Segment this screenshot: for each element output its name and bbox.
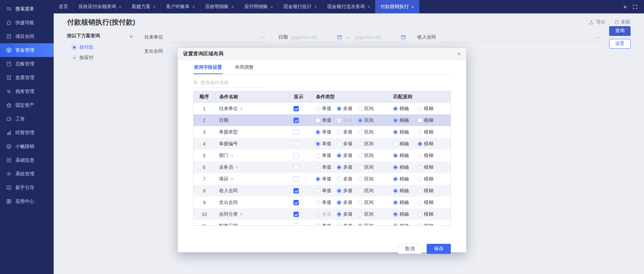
chevron-down-icon[interactable]: ∨ [231, 177, 233, 181]
tab-payable-detail[interactable]: 应付明细账× [239, 0, 278, 13]
refresh-button[interactable]: 刷新 [614, 19, 631, 25]
type-radio-multi[interactable]: 多值 [337, 153, 353, 159]
settings-button[interactable]: 设置 [609, 39, 631, 49]
type-radio-range[interactable]: 区间 [358, 164, 374, 170]
match-radio-fuzzy[interactable]: 模糊 [418, 117, 433, 123]
field-row-5[interactable]: 5部门∨单值多值区间精确模糊 [194, 150, 450, 161]
type-radio-range[interactable]: 区间 [358, 141, 374, 147]
window-close-icon[interactable]: × [623, 4, 627, 10]
sidebar-item-app-center[interactable]: 应用中心 [0, 195, 54, 208]
scheme-option-by-payment[interactable]: 按付款 [72, 44, 138, 50]
scheme-option-by-payable[interactable]: 按应付 [72, 55, 138, 61]
show-checkbox[interactable] [293, 212, 299, 217]
match-radio-exact[interactable]: 精确 [393, 200, 409, 206]
calendar-icon[interactable] [337, 35, 342, 40]
type-radio-multi[interactable]: 多值 [337, 188, 353, 194]
type-radio-multi[interactable]: 多值 [337, 211, 353, 217]
type-radio-multi[interactable]: 多值 [337, 164, 353, 170]
show-checkbox[interactable] [293, 153, 299, 158]
match-radio-fuzzy[interactable]: 模糊 [418, 153, 433, 159]
show-checkbox[interactable] [293, 165, 299, 170]
type-radio-single[interactable]: 单值 [316, 188, 331, 194]
type-radio-range[interactable]: 区间 [358, 153, 374, 159]
tab-close-icon[interactable]: × [314, 4, 317, 9]
tab-close-icon[interactable]: × [231, 4, 234, 9]
tab-close-icon[interactable]: × [119, 4, 121, 9]
type-radio-single[interactable]: 单值 [316, 200, 331, 206]
tab-new-scheme[interactable]: 新建方案× [127, 0, 161, 13]
show-checkbox[interactable] [293, 188, 299, 194]
match-radio-exact[interactable]: 精确 [393, 106, 409, 112]
type-radio-single[interactable]: 单值 [316, 211, 331, 217]
type-radio-range[interactable]: 区间 [358, 106, 374, 112]
sidebar-item-business-management[interactable]: 经营管理 [0, 126, 54, 140]
tab-cash-bank-flow[interactable]: 现金银行流水查询× [322, 0, 376, 13]
field-row-7[interactable]: 7项目∨单值多值区间精确模糊 [194, 173, 450, 185]
sidebar-item-newbie-guide[interactable]: 新手引导 [0, 181, 54, 195]
type-radio-single[interactable]: 单值 [316, 176, 331, 182]
tab-close-icon[interactable]: × [192, 4, 195, 9]
type-radio-multi[interactable]: 多值 [337, 141, 353, 147]
match-radio-exact[interactable]: 精确 [393, 188, 409, 194]
condition-search-input[interactable] [201, 80, 264, 85]
type-radio-multi[interactable]: 多值 [337, 129, 353, 135]
type-radio-multi[interactable]: 多值 [337, 200, 353, 206]
type-radio-range[interactable]: 区间 [358, 200, 374, 206]
show-checkbox[interactable] [293, 129, 299, 135]
sidebar-item-ledger-management[interactable]: 总账管理 [0, 57, 54, 71]
type-radio-multi[interactable]: 多值 [337, 223, 353, 226]
match-radio-exact[interactable]: 精确 [393, 164, 409, 170]
match-radio-fuzzy[interactable]: 模糊 [418, 141, 433, 147]
show-checkbox[interactable] [293, 118, 299, 123]
show-checkbox[interactable] [293, 176, 299, 182]
partner-input[interactable] [166, 35, 258, 40]
date-to-input[interactable] [355, 35, 401, 40]
type-radio-multi[interactable]: 多值 [337, 106, 353, 112]
type-radio-single[interactable]: 单值 [316, 117, 331, 123]
match-radio-exact[interactable]: 精确 [393, 223, 409, 226]
date-from-input[interactable] [291, 35, 337, 40]
tab-customer-statement[interactable]: 客户对账单× [161, 0, 200, 13]
match-radio-exact[interactable]: 精确 [393, 153, 409, 159]
sidebar-item-fixed-assets[interactable]: 固定资产 [0, 98, 54, 112]
type-radio-single[interactable]: 单值 [316, 106, 331, 112]
tab-close-icon[interactable]: × [270, 4, 273, 9]
dialog-close-icon[interactable]: × [457, 51, 461, 57]
type-radio-multi[interactable]: 多值 [337, 117, 353, 123]
show-checkbox[interactable] [293, 141, 299, 147]
income-contract-input[interactable] [439, 35, 593, 40]
type-radio-single[interactable]: 单值 [316, 129, 331, 135]
tab-receivable-detail[interactable]: 应收明细账× [200, 0, 239, 13]
sidebar-item-tax-management[interactable]: 税务管理 [0, 85, 54, 98]
match-radio-exact[interactable]: 精确 [393, 176, 409, 182]
chevron-down-icon[interactable]: ∨ [231, 153, 233, 158]
tab-home[interactable]: 首页 [54, 0, 73, 13]
match-radio-fuzzy[interactable]: 模糊 [418, 211, 433, 217]
calendar-icon[interactable] [401, 35, 406, 40]
query-button[interactable]: 查询 [609, 26, 631, 36]
field-row-2[interactable]: 2日期单值多值区间精确模糊 [194, 114, 450, 126]
sidebar-item-invoice-management[interactable]: 发票管理 [0, 71, 54, 85]
sidebar-item-salary[interactable]: 工资 [0, 112, 54, 126]
field-row-3[interactable]: 3单据类型单值多值区间精确模糊 [194, 126, 450, 138]
match-radio-exact[interactable]: 精确 [393, 141, 409, 147]
show-checkbox[interactable] [293, 200, 299, 205]
income-contract-picker-button[interactable]: ... [593, 34, 602, 41]
cancel-button[interactable]: 取消 [398, 244, 422, 254]
sidebar-search-menu[interactable]: 搜索菜单 [0, 2, 54, 16]
tab-query-field-settings[interactable]: 查询字段设置 [193, 61, 223, 74]
tab-receivable-payable-balance[interactable]: 应收应付余额查询× [73, 0, 127, 13]
field-row-4[interactable]: 4单据编号单值多值区间精确模糊 [194, 138, 450, 150]
match-radio-exact[interactable]: 精确 [393, 211, 409, 217]
tab-layout-adjust[interactable]: 布局调整 [234, 61, 254, 74]
match-radio-fuzzy[interactable]: 模糊 [418, 200, 433, 206]
type-radio-range[interactable]: 区间 [358, 129, 374, 135]
field-row-10[interactable]: 10合同分类∨单值多值区间精确模糊 [194, 208, 450, 220]
type-radio-single[interactable]: 单值 [316, 223, 331, 226]
export-button[interactable]: 导出 [589, 19, 605, 25]
type-radio-range[interactable]: 区间 [358, 117, 374, 123]
field-row-8[interactable]: 8收入合同单值多值区间精确模糊 [194, 185, 450, 197]
sidebar-item-basic-info[interactable]: 基础信息 [0, 153, 54, 167]
type-radio-single[interactable]: 单值 [316, 164, 331, 170]
chevron-down-icon[interactable]: ∨ [240, 106, 243, 111]
